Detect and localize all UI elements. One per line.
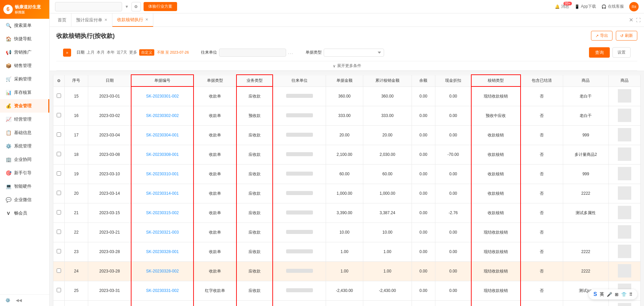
sidebar-item-search[interactable]: 🔍 搜索菜单 <box>0 19 49 32</box>
sidebar-item-purchase[interactable]: 🛒 采购管理 <box>0 72 49 86</box>
filter-date-more[interactable]: 更多 <box>129 50 137 55</box>
row-checkbox[interactable] <box>53 203 65 223</box>
filter-action-buttons: 查询 设置 <box>589 47 631 58</box>
workspace-input[interactable] <box>55 2 122 11</box>
user-avatar[interactable]: Rit <box>629 2 639 11</box>
row-balance: 0.00 <box>412 125 435 145</box>
sidebar-item-collab[interactable]: 🏢 企业协同 <box>0 153 49 166</box>
sidebar-item-guide[interactable]: 🎯 新手引导 <box>0 166 49 180</box>
refresh-button[interactable]: ↺ 刷新 <box>616 31 637 41</box>
filter-expand-button[interactable]: ∨ 展开更多条件 <box>333 63 361 69</box>
row-discount: 0.00 <box>435 86 471 106</box>
sidebar-item-hardware[interactable]: 💻 智能硬件 <box>0 180 49 193</box>
bill-no-link[interactable]: SK-20230308-001 <box>146 152 178 157</box>
bill-no-link[interactable]: SK-20230301-002 <box>146 94 178 99</box>
export-button[interactable]: ↗ 导出 <box>591 31 612 41</box>
sidebar-item-member[interactable]: V 畅会员 <box>0 206 49 220</box>
bill-no-link[interactable]: SK-20230328-001 <box>146 249 178 254</box>
row-write-off-type: 收款核销 <box>471 184 520 203</box>
row-checkbox[interactable] <box>53 281 65 300</box>
row-amount: 3,390.00 <box>326 203 363 223</box>
messages-button[interactable]: 🔔 消息 99+ <box>555 4 569 9</box>
bill-no-link[interactable]: SK-20230321-003 <box>146 230 178 235</box>
sidebar-item-system[interactable]: ⚙️ 系统管理 <box>0 139 49 153</box>
basic-icon: 📋 <box>5 130 11 136</box>
bill-no-link[interactable]: SK-20230328-002 <box>146 269 178 273</box>
filter-date-group: 日期 上月 本月 本年 近7天 更多 自定义 <box>76 49 154 56</box>
ime-mic-icon[interactable]: 🎤 <box>607 292 612 297</box>
sidebar-item-operation[interactable]: 📈 经营管理 <box>0 113 49 126</box>
bill-no-link[interactable]: SK-20230315-002 <box>146 210 178 215</box>
sidebar-item-marketing[interactable]: 📢 营销推广 <box>0 46 49 59</box>
filter-date-this-month[interactable]: 本月 <box>97 50 105 55</box>
filter-toggle-button[interactable]: » <box>63 49 71 57</box>
filter-date-7days[interactable]: 近7天 <box>117 50 127 55</box>
bill-no-link[interactable]: SK-20230304-001 <box>146 133 178 137</box>
industry-solution-button[interactable]: 体验行业方案 <box>144 2 177 11</box>
bill-no-link[interactable]: SK-20230310-001 <box>146 172 178 176</box>
ime-english[interactable]: 英 <box>600 291 604 297</box>
bell-icon: 🔔 <box>555 4 560 9</box>
th-gear[interactable]: ⚙ <box>53 75 65 86</box>
setting-button[interactable]: 设置 <box>612 47 631 58</box>
tab-home[interactable]: 首页 <box>53 13 71 27</box>
app-download-button[interactable]: 📱 App下载 <box>575 4 596 9</box>
tab-collection[interactable]: 收款核销执行 ✕ <box>112 13 153 27</box>
sidebar-item-wechat[interactable]: 💬 企业微信 <box>0 193 49 206</box>
row-checkbox[interactable] <box>53 145 65 164</box>
row-date: 2023-03-08 <box>88 145 131 164</box>
inventory-icon: 📊 <box>5 89 11 96</box>
row-balance: 0.00 <box>412 164 435 184</box>
sidebar-item-finance[interactable]: 💰 资金管理 <box>0 99 49 113</box>
bill-no-link[interactable]: SK-20230331-002 <box>146 288 178 293</box>
row-checkbox[interactable] <box>53 223 65 242</box>
member-icon: V <box>5 210 11 216</box>
sidebar-item-inventory[interactable]: 📊 库存核算 <box>0 86 49 99</box>
row-checkbox[interactable] <box>53 184 65 203</box>
filter-date-this-year[interactable]: 本年 <box>107 50 115 55</box>
row-include-settled: 否 <box>521 300 563 306</box>
bill-no-link[interactable]: SK-20230302-002 <box>146 113 178 118</box>
query-button[interactable]: 查询 <box>589 47 610 58</box>
row-checkbox[interactable] <box>53 106 65 125</box>
row-cum-amount: 3,387.24 <box>363 203 412 223</box>
ime-apps-icon[interactable]: ⠿ <box>629 292 633 297</box>
refresh-icon: ↺ <box>620 34 624 38</box>
row-checkbox[interactable] <box>53 300 65 306</box>
row-goods2 <box>609 300 641 306</box>
online-service-button[interactable]: 🎧 在线客服 <box>601 4 624 9</box>
filter-unit-input[interactable] <box>219 49 286 57</box>
row-amount: 360.00 <box>326 86 363 106</box>
gear-button[interactable]: ⚙ <box>131 2 141 11</box>
tab-close-collection[interactable]: ✕ <box>145 17 148 22</box>
filter-date-custom-button[interactable]: 自定义 <box>139 49 154 56</box>
ime-shirt-icon[interactable]: 👕 <box>621 292 627 297</box>
topbar-workspace: ▼ ⚙ 体验行业方案 <box>55 2 551 11</box>
sidebar-item-sales[interactable]: 📦 销售管理 <box>0 59 49 72</box>
filter-dots: ... <box>288 50 293 55</box>
settings-icon[interactable]: ⚙️ <box>5 298 10 303</box>
filter-bill-type-select[interactable] <box>324 49 384 57</box>
row-checkbox[interactable] <box>53 261 65 281</box>
row-amount: 333.00 <box>326 106 363 125</box>
ime-grid-icon[interactable]: ⊞ <box>615 292 619 297</box>
row-cum-amount: 20.00 <box>363 300 412 306</box>
row-bill-no: SK-20230321-003 <box>131 223 194 242</box>
tab-receivable[interactable]: 预计应应付单 ✕ <box>71 13 112 27</box>
row-checkbox[interactable] <box>53 86 65 106</box>
row-checkbox[interactable] <box>53 125 65 145</box>
sidebar-item-basic[interactable]: 📋 基础信息 <box>0 126 49 139</box>
collapse-icon[interactable]: ◀◀ <box>16 298 22 303</box>
sidebar-item-quicknav[interactable]: 🏠 快捷导航 <box>0 32 49 46</box>
bill-no-link[interactable]: SK-20230314-001 <box>146 191 178 196</box>
close-all-tabs-button[interactable]: ✕ <box>629 17 633 23</box>
expand-tabs-button[interactable]: ⛶ <box>636 17 641 23</box>
th-goods2: 商品 <box>609 75 641 86</box>
row-cum-amount: 2,030.00 <box>363 145 412 164</box>
tab-close-receivable[interactable]: ✕ <box>104 18 107 22</box>
row-checkbox[interactable] <box>53 242 65 261</box>
row-include-settled: 否 <box>521 242 563 261</box>
filter-date-last-month[interactable]: 上月 <box>87 50 95 55</box>
row-amount: -2,430.00 <box>326 281 363 300</box>
row-checkbox[interactable] <box>53 164 65 184</box>
